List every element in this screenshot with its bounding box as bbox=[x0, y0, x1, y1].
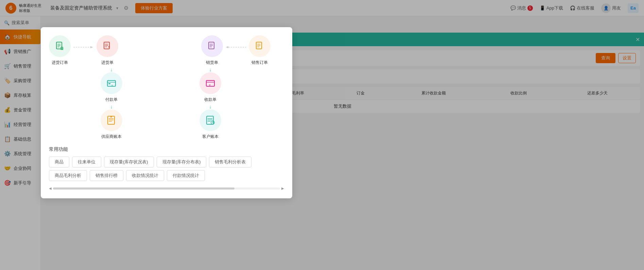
svg-point-38 bbox=[212, 123, 213, 124]
flow-purchase-order[interactable]: 进货订单 bbox=[49, 35, 71, 66]
customer-account-label: 客户账本 bbox=[202, 134, 219, 140]
flow-sales-bill[interactable]: 销货单 bbox=[201, 35, 223, 66]
flow-receipt[interactable]: ¥ 收款单 bbox=[199, 72, 221, 103]
scrollbar-thumb[interactable] bbox=[53, 187, 234, 190]
receipt-icon: ¥ bbox=[199, 72, 221, 94]
func-btn-sales-gross[interactable]: 销售毛利分析表 bbox=[209, 157, 251, 167]
scroll-right-icon[interactable]: ▶ bbox=[281, 186, 284, 190]
func-btn-receipt-stat[interactable]: 收款情况统计 bbox=[126, 170, 164, 181]
payment-label: 付款单 bbox=[105, 97, 118, 103]
sales-order-label: 销售订单 bbox=[251, 60, 268, 66]
flow-supplier-account[interactable]: 供应商账本 bbox=[101, 109, 122, 140]
customer-account-icon bbox=[199, 109, 221, 131]
func-btn-sales-rank[interactable]: 销售排行榜 bbox=[90, 170, 123, 181]
sales-bill-label: 销货单 bbox=[206, 60, 218, 66]
sales-bill-icon bbox=[201, 35, 223, 57]
svg-rect-31 bbox=[110, 116, 112, 118]
supplier-account-icon bbox=[101, 109, 122, 131]
modal-dialog: 进货订单 进货单 bbox=[41, 27, 292, 198]
flow-customer-account[interactable]: 客户账本 bbox=[199, 109, 221, 140]
purchase-bill-icon bbox=[97, 35, 118, 57]
func-btn-stock-dist[interactable]: 现存量(库存分布表) bbox=[157, 157, 207, 167]
flow-payment[interactable]: ¥ 付款单 bbox=[101, 72, 122, 103]
svg-rect-32 bbox=[207, 116, 213, 124]
purchase-bill-label: 进货单 bbox=[101, 60, 114, 66]
flow-chart: 进货订单 进货单 bbox=[49, 35, 284, 140]
sales-order-icon bbox=[249, 35, 271, 57]
flow-sales-order[interactable]: 销售订单 bbox=[249, 35, 271, 66]
func-btn-stock-status[interactable]: 现存量(库存状况表) bbox=[104, 157, 154, 167]
supplier-account-label: 供应商账本 bbox=[101, 134, 122, 140]
payment-icon: ¥ bbox=[101, 72, 122, 94]
func-buttons: 商品 往来单位 现存量(库存状况表) 现存量(库存分布表) 销售毛利分析表 商品… bbox=[49, 157, 284, 181]
scrollbar-area: ◀ ▶ bbox=[49, 186, 284, 190]
scrollbar-track[interactable] bbox=[53, 187, 280, 190]
receipt-label: 收款单 bbox=[204, 97, 216, 103]
svg-text:¥: ¥ bbox=[209, 84, 211, 87]
flow-purchase-bill[interactable]: 进货单 bbox=[97, 35, 118, 66]
func-btn-product-gross[interactable]: 商品毛利分析 bbox=[49, 170, 87, 181]
svg-marker-14 bbox=[226, 46, 228, 48]
func-btn-payment-stat[interactable]: 付款情况统计 bbox=[167, 170, 205, 181]
svg-rect-22 bbox=[108, 83, 110, 84]
func-btn-partners[interactable]: 往来单位 bbox=[72, 157, 101, 167]
func-btn-product[interactable]: 商品 bbox=[49, 157, 69, 167]
svg-marker-5 bbox=[90, 46, 93, 48]
purchase-order-icon bbox=[49, 35, 71, 57]
scroll-left-icon[interactable]: ◀ bbox=[49, 186, 52, 190]
purchase-order-label: 进货订单 bbox=[52, 60, 68, 66]
svg-text:¥: ¥ bbox=[111, 84, 113, 87]
common-functions-title: 常用功能 bbox=[49, 146, 284, 152]
common-functions: 常用功能 商品 往来单位 现存量(库存状况表) 现存量(库存分布表) 销售毛利分… bbox=[49, 146, 284, 181]
